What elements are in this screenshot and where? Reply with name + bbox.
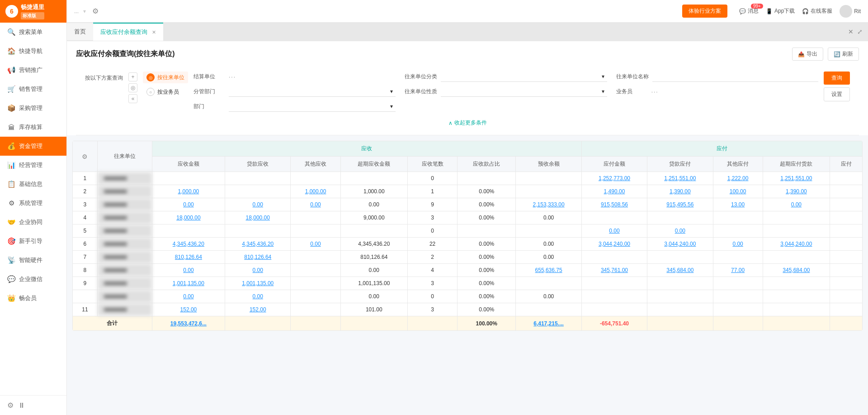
total-ap-amount: -654,751.40 [581,316,647,331]
collapse-icon[interactable]: ⏸ [18,401,25,410]
tab-maximize-icon[interactable]: ⤢ [857,28,863,35]
total-ap-loan [647,316,713,331]
collapse-bar[interactable]: ∧ 收起更多条件 [85,116,850,129]
scheme-settings-button[interactable]: ◎ [128,83,137,92]
scheme-collapse-button[interactable]: « [128,94,137,103]
user-menu[interactable]: Rit [840,5,861,18]
refresh-button[interactable]: 🔄 刷新 [828,48,859,61]
sidebar-item-member[interactable]: 👑 畅会员 [0,289,66,308]
sidebar-item-operations[interactable]: 📊 经营管理 [0,156,66,175]
sidebar-item-inventory[interactable]: 🏛 库存核算 [0,118,66,137]
total-ar-amount[interactable]: 19,553,472,6... [152,316,225,331]
total-ar-other [291,316,340,331]
tab-home[interactable]: 首页 [67,23,93,40]
app-name: 畅捷通里 [21,3,44,11]
total-ar-ratio: 100.00% [458,316,516,331]
logo-icon: 6 [5,5,18,18]
tab-ar-balance[interactable]: 应收应付余额查询 ✕ [93,23,163,41]
topbar-gear-icon[interactable]: ⚙ [92,7,99,15]
breadcrumb-arrow: ▾ [83,8,86,14]
member-icon: 👑 [7,294,15,302]
add-scheme-button[interactable]: + [128,72,137,81]
sidebar-item-finance[interactable]: 💰 资金管理 [0,137,66,156]
avatar [840,5,852,18]
table-container[interactable]: ⚙ 往来单位 应收 应付 应收金额 贷款应收 其他应收 超期应收金额 应收笔数 … [72,141,863,331]
total-ap-last [830,316,863,331]
tab-close-icon[interactable]: ✕ [152,29,156,35]
col-group-ar: 应收 [152,141,581,157]
filter-dept-select[interactable]: ▾ [229,86,396,97]
sidebar-item-collab[interactable]: 🤝 企业协同 [0,213,66,232]
select-down-icon: ▾ [602,73,604,80]
topbar: ... ▾ ⚙ 体验行业方案 💬 消息 99+ 📱 App下载 🎧 在线客服 R… [67,0,868,23]
filter-scheme-by-partner[interactable]: ◎ 按往来单位 [143,72,188,83]
filter-partner-cat-select[interactable]: ▾ [441,72,607,82]
col-ap-overdue: 超期应付货款 [763,157,830,172]
filter-settlement-dots[interactable]: ··· [229,74,236,80]
filter-settlement-unit: 结算单位 ··· [193,72,396,82]
topbar-right: 💬 消息 99+ 📱 App下载 🎧 在线客服 Rit [739,5,861,18]
guide-icon: 🎯 [7,237,15,245]
filter-nature-select[interactable]: ▾ [441,86,607,97]
export-button[interactable]: 📤 导出 [792,48,823,61]
sidebar-item-basic-info[interactable]: 📋 基础信息 [0,175,66,194]
filter-scheme-label: 按以下方案查询 [85,74,123,82]
sidebar-item-wechat[interactable]: 💬 企业微信 [0,270,66,289]
table-row: ■■■■■■■0.000.000.0000.00%0.00 [73,290,863,303]
finance-icon: 💰 [7,142,15,150]
sidebar-item-guide[interactable]: 🎯 新手引导 [0,232,66,251]
messages-button[interactable]: 💬 消息 99+ [739,7,759,15]
sidebar-bottom: ⚙ ⏸ [0,395,66,415]
data-table-section: ⚙ 往来单位 应收 应付 应收金额 贷款应收 其他应收 超期应收金额 应收笔数 … [72,141,863,331]
filter-salesman: 业务员 ··· [616,86,818,97]
action-buttons: 查询 设置 [824,72,850,101]
filter-settlement-label: 结算单位 [193,73,225,81]
page-title: 应收应付余额查询(按往来单位) [76,49,175,59]
marketing-icon: 📢 [7,66,15,74]
page-actions: 📤 导出 🔄 刷新 [792,48,859,61]
tab-close-window-icon[interactable]: ✕ [848,28,854,35]
main-content: ... ▾ ⚙ 体验行业方案 💬 消息 99+ 📱 App下载 🎧 在线客服 R… [67,0,868,415]
col-ap-other: 其他应付 [713,157,763,172]
sidebar-item-marketing[interactable]: 📢 营销推广 [0,61,66,80]
message-icon: 💬 [739,8,746,14]
settings-button[interactable]: 设置 [824,87,850,101]
query-button[interactable]: 查询 [824,72,850,85]
page-title-row: 应收应付余额查询(按往来单位) 📤 导出 🔄 刷新 [76,48,859,61]
sidebar-item-system[interactable]: ⚙ 系统管理 [0,194,66,213]
filter-partner-category: 往来单位分类 ▾ [405,72,607,82]
col-ap-amount: 应付金额 [581,157,647,172]
total-ap-overdue [763,316,830,331]
filter-salesman-dots[interactable]: ··· [651,89,659,95]
total-ap-other [713,316,763,331]
app-download-button[interactable]: 📱 App下载 [766,7,795,15]
sidebar-item-hardware[interactable]: 📡 智能硬件 [0,251,66,270]
sidebar-item-nav[interactable]: 🏠 快捷导航 [0,42,66,61]
sidebar-item-purchase[interactable]: 📦 采购管理 [0,99,66,118]
data-table: ⚙ 往来单位 应收 应付 应收金额 贷款应收 其他应收 超期应收金额 应收笔数 … [72,141,863,331]
scheme2-icon: ○ [146,88,155,96]
filter-scheme-by-salesman[interactable]: ○ 按业务员 [143,86,188,98]
filter-partner-name: 往来单位名称 [616,72,818,82]
settings-bottom-icon[interactable]: ⚙ [7,401,14,410]
col-settings-icon[interactable]: ⚙ [73,141,98,172]
table-row: 7■■■■■■■810,126.64810,126.64810,126.6420… [73,251,863,264]
filter-area: 按以下方案查询 + ◎ « ◎ 按往来单位 ○ 按业务员 [76,66,859,135]
table-row: 1■■■■■■■01,252,773.001,251,551.001,222.0… [73,172,863,185]
total-ar-count [408,316,458,331]
filter-dept2-select[interactable]: ▾ [229,101,396,112]
sidebar-item-sales[interactable]: 🛒 销售管理 [0,80,66,99]
filter-department: 分管部门 ▾ [193,86,396,97]
collapse-icon: ∧ [448,120,453,126]
filter-schemes: ◎ 按往来单位 ○ 按业务员 [143,72,188,98]
sales-icon: 🛒 [7,85,15,93]
inventory-icon: 🏛 [7,123,15,131]
table-row: 4■■■■■■■18,000.0018,000.009,000.0030.00%… [73,211,863,224]
filter-partner-name-input[interactable] [652,72,818,82]
online-service-button[interactable]: 🎧 在线客服 [802,7,832,15]
refresh-icon: 🔄 [834,51,840,57]
sidebar-item-search[interactable]: 🔍 搜索菜单 [0,23,66,42]
total-prepay[interactable]: 6,417,215.... [516,316,581,331]
filter-dept2-label: 部门 [193,103,225,110]
promo-button[interactable]: 体验行业方案 [682,5,727,18]
